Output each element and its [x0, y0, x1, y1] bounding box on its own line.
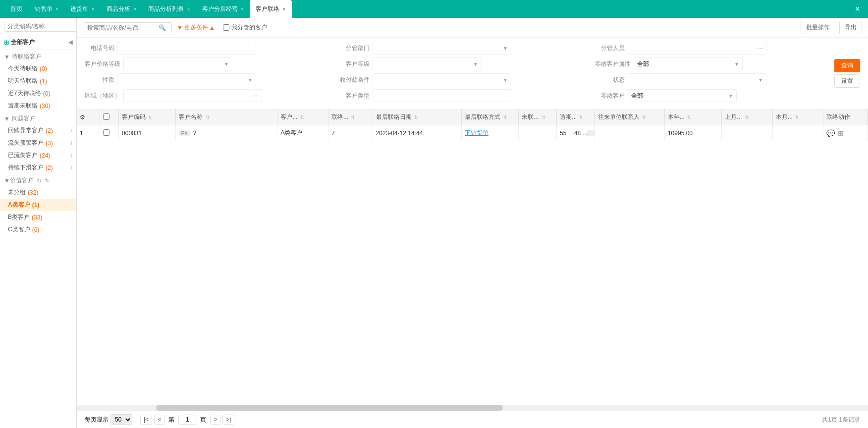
sidebar-item-b-class[interactable]: B类客户 (33): [0, 211, 76, 223]
info-icon2[interactable]: ℹ: [70, 140, 72, 146]
page-number-input[interactable]: [178, 415, 196, 425]
filter-search-icon[interactable]: 🔍: [159, 24, 166, 31]
sort-lastdate-icon[interactable]: ⇅: [414, 114, 418, 120]
chevron-dept-icon: ▼: [503, 46, 508, 51]
sort-lastmonth-icon[interactable]: ⇅: [745, 114, 749, 120]
sort-uncontact-icon[interactable]: ⇅: [542, 114, 545, 120]
select-all-checkbox[interactable]: [103, 113, 109, 120]
settings-icon[interactable]: ⚙: [80, 114, 85, 121]
page-size-select[interactable]: 50: [110, 414, 132, 425]
batch-op-button[interactable]: 批量操作: [801, 21, 835, 34]
col-header-overdue: 逾期... ⇅: [557, 109, 595, 125]
nav-home[interactable]: 首页: [4, 4, 29, 13]
nav-tab-analysis-list[interactable]: 商品分析列表 ×: [142, 0, 196, 18]
nav-tab-analysis[interactable]: 商品分析 ×: [101, 0, 142, 18]
lastway-link[interactable]: 下销货单: [465, 129, 488, 136]
nav-tab-purchase[interactable]: 进货单 ×: [64, 0, 100, 18]
edit-icon[interactable]: ✎: [45, 177, 50, 184]
sidebar-item-overdue-contact[interactable]: 逾期未联络 (30): [0, 100, 76, 112]
filter-status: 状态 ▼: [595, 73, 830, 86]
info-icon[interactable]: ℹ: [70, 128, 72, 133]
close-tab-analysis-list-icon[interactable]: ×: [187, 6, 190, 12]
sidebar-item-loss-warning[interactable]: 流失预警客户 (3) ℹ: [0, 137, 76, 149]
sort-name-icon[interactable]: ⇅: [206, 114, 210, 120]
sort-contact-icon[interactable]: ⇅: [351, 114, 355, 120]
info-icon4[interactable]: ℹ: [70, 165, 72, 170]
cell-name: Ea ？: [176, 125, 277, 141]
sidebar-item-repeat-abnormal[interactable]: 回购异常客户 (2) ℹ: [0, 124, 76, 137]
cell-code: 000031: [119, 125, 176, 141]
close-tab-customer-contact-icon[interactable]: ×: [282, 6, 285, 12]
my-customers-checkbox[interactable]: 我分管的客户: [223, 23, 267, 32]
sidebar-item-today-contact[interactable]: 今天待联络 (0): [0, 62, 76, 75]
filter-region-select[interactable]: ···: [123, 89, 262, 102]
adv-filter-row-2: 客户价格等级 ▼ 客户等级 ▼: [85, 57, 830, 70]
filter-status-select[interactable]: ▼: [628, 73, 766, 86]
close-tab-sales-icon[interactable]: ×: [55, 6, 58, 12]
filter-more-btn[interactable]: ▼ 更多条件 ▲: [177, 23, 215, 32]
filter-retail-select[interactable]: 全部 ▼: [628, 89, 737, 102]
sort-code-icon[interactable]: ⇅: [148, 114, 152, 120]
sidebar-item-c-class[interactable]: C类客户 (6): [0, 223, 76, 236]
query-button[interactable]: 查询: [834, 59, 860, 72]
sidebar-item-ungrouped[interactable]: 未分组 (32): [0, 186, 76, 199]
cell-company: [595, 125, 665, 141]
table-header-row: ⚙ 客户编码 ⇅ 客户名称 ⇅: [77, 109, 868, 125]
nav-tab-customer-contact[interactable]: 客户联络 ×: [250, 0, 291, 18]
first-page-button[interactable]: |<: [140, 415, 152, 425]
my-customers-check-input[interactable]: [223, 24, 229, 31]
nav-tab-sales[interactable]: 销售单 ×: [29, 0, 64, 18]
export-button[interactable]: 导出: [839, 21, 862, 34]
filter-retail-attr-select[interactable]: 全部 ▼: [634, 57, 743, 70]
cell-check[interactable]: [100, 125, 118, 141]
collapse-icon[interactable]: ◀: [68, 39, 72, 46]
sort-company-icon[interactable]: ⇅: [642, 114, 646, 120]
sidebar-item-tomorrow-contact[interactable]: 明天待联络 (1): [0, 75, 76, 87]
message-icon[interactable]: 💬: [826, 129, 835, 137]
sidebar-item-7days-contact[interactable]: 近7天待联络 (0): [0, 87, 76, 100]
next-page-button[interactable]: >: [210, 415, 220, 425]
refresh-icon[interactable]: ↻: [37, 177, 42, 184]
advanced-filter: 电话号码 分管部门 ▼: [77, 38, 868, 109]
filter-customer-type-select[interactable]: [373, 89, 511, 102]
filter-person-select[interactable]: ···: [628, 42, 766, 54]
sort-thismonth-icon[interactable]: ⇅: [795, 114, 799, 120]
col-header-settings[interactable]: ⚙: [77, 109, 100, 125]
filter-price-level-select[interactable]: ▼: [123, 57, 232, 70]
last-page-button[interactable]: >|: [222, 415, 234, 425]
adv-filter-row-4: 区域（地区） ··· 客户类型 零散: [85, 89, 830, 102]
close-tab-customer-segment-icon[interactable]: ×: [241, 6, 244, 12]
col-header-check[interactable]: [100, 109, 118, 125]
sort-type-icon[interactable]: ⇅: [300, 114, 304, 120]
filter-customer-level-select[interactable]: ▼: [373, 57, 482, 70]
prev-page-button[interactable]: <: [154, 415, 164, 425]
nav-tab-customer-segment[interactable]: 客户分层经营 ×: [196, 0, 250, 18]
filter-dept-select[interactable]: ▼: [373, 42, 511, 54]
close-tab-purchase-icon[interactable]: ×: [91, 6, 94, 12]
filter-bar: 🔍 ▼ 更多条件 ▲ 我分管的客户 批量操作 导出: [77, 18, 868, 38]
sidebar-item-lost[interactable]: 已流失客户 (24) ℹ: [0, 149, 76, 161]
filter-phone-input[interactable]: [117, 42, 256, 54]
filter-nature-select[interactable]: ▼: [117, 73, 256, 86]
cell-overdue: 55 48 RE .: [557, 125, 595, 141]
horizontal-scrollbar[interactable]: [77, 405, 868, 411]
sidebar-item-a-class[interactable]: A类客户 (1): [0, 199, 76, 211]
qr-icon[interactable]: ⊞: [838, 129, 844, 137]
filter-payment-select[interactable]: ▼: [373, 73, 511, 86]
cell-num: 1: [77, 125, 100, 141]
sort-lastway-icon[interactable]: ⇅: [503, 114, 507, 120]
setting-button[interactable]: 设置: [834, 74, 860, 88]
window-close-button[interactable]: ×: [851, 4, 864, 14]
close-tab-analysis-icon[interactable]: ×: [133, 6, 136, 12]
sidebar-all-customers[interactable]: ⊞ 全部客户 ◀: [0, 35, 76, 50]
sort-thisyear-icon[interactable]: ⇅: [687, 114, 691, 120]
sort-overdue-icon[interactable]: ⇅: [579, 114, 583, 120]
info-icon3[interactable]: ℹ: [70, 153, 72, 158]
filter-search-input[interactable]: [87, 24, 157, 31]
cell-thisyear: 10995.00: [664, 125, 721, 141]
sidebar-item-continuous-decline[interactable]: 持续下滑客户 (2) ℹ: [0, 161, 76, 174]
sidebar-search-input[interactable]: [4, 21, 77, 32]
row-checkbox[interactable]: [103, 129, 109, 136]
cell-action: 💬 ⊞: [823, 125, 868, 141]
scrollbar-thumb[interactable]: [156, 405, 503, 411]
